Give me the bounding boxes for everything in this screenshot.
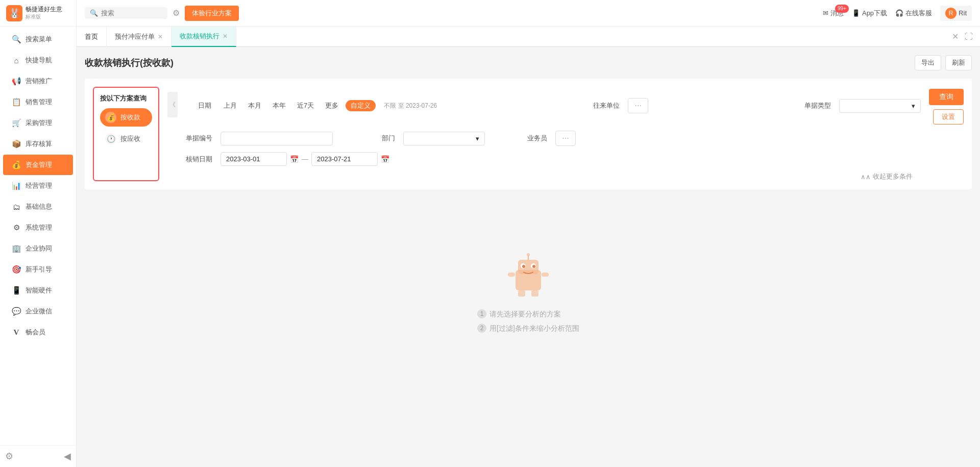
svg-point-4 (522, 265, 525, 268)
salesman-input[interactable]: ··· (555, 131, 576, 146)
search-topbar-icon: 🔍 (90, 9, 98, 17)
sidebar-item-purchase[interactable]: 🛒 采购管理 (3, 113, 73, 133)
date-tab-more[interactable]: 更多 (321, 100, 342, 111)
verify-date-end-input[interactable] (311, 152, 378, 166)
sidebar-item-enterprise[interactable]: 🏢 企业协同 (3, 238, 73, 259)
filter-actions: 查询 设置 (929, 87, 964, 125)
sidebar-item-hardware[interactable]: 📱 智能硬件 (3, 280, 73, 301)
collapse-more-label: 收起更多条件 (873, 172, 913, 181)
tip-item-1: 1 请先选择要分析的方案 (477, 307, 579, 321)
sidebar-item-system[interactable]: ⚙ 系统管理 (3, 217, 73, 238)
date-tab-7days[interactable]: 近7天 (293, 100, 318, 111)
content-area: 收款核销执行(按收款) 导出 刷新 按以下方案查询 💰 按收款 🕐 按应收 (77, 47, 980, 467)
sidebar-item-search[interactable]: 🔍 搜索菜单 (3, 29, 73, 50)
tab-home[interactable]: 首页 (77, 27, 107, 47)
verify-date-label: 核销日期 (186, 155, 212, 164)
system-icon: ⚙ (11, 223, 21, 233)
page-title: 收款核销执行(按收款) (85, 57, 174, 69)
tab-close-all-icon[interactable]: ✕ (950, 30, 961, 43)
filter-form: 日期 上月 本月 本年 近7天 更多 自定义 不限 至 2023-07-26 往… (186, 87, 964, 181)
filter-sidebar-title: 按以下方案查询 (100, 94, 152, 103)
sidebar-item-finance[interactable]: 💰 资金管理 (3, 155, 73, 175)
tab-prepay-close[interactable]: ✕ (158, 33, 163, 40)
search-input[interactable] (101, 9, 162, 17)
topbar: 🔍 ⚙ 体验行业方案 ✉ 消息 99+ 📱 App下载 🎧 在线客服 R Rit (77, 0, 980, 27)
wechat-icon: 💬 (11, 306, 21, 316)
collapse-sidebar-icon[interactable]: ◀ (64, 451, 71, 462)
service-icon: 🎧 (895, 9, 903, 17)
doctype-select[interactable]: ▾ (839, 99, 921, 113)
collapse-filter-btn[interactable]: 《 (167, 92, 178, 117)
online-service-btn[interactable]: 🎧 在线客服 (895, 9, 932, 18)
search-icon: 🔍 (11, 34, 21, 44)
cal-end-icon[interactable]: 📅 (381, 155, 389, 163)
filter-option-by-receivable[interactable]: 🕐 按应收 (100, 130, 152, 148)
hardware-icon: 📱 (11, 285, 21, 296)
date-label: 日期 (186, 101, 211, 110)
sidebar: 🐰 畅捷通好生意 标准版 🔍 搜索菜单 ⌂ 快捷导航 📢 营销推广 📋 销售管理… (0, 0, 77, 467)
svg-point-5 (532, 265, 535, 268)
sidebar-item-vip[interactable]: V 畅会员 (3, 322, 73, 342)
tab-receipt-close[interactable]: ✕ (223, 33, 228, 40)
refresh-button[interactable]: 刷新 (945, 55, 972, 70)
sidebar-item-sales[interactable]: 📋 销售管理 (3, 92, 73, 112)
settings-bottom-icon[interactable]: ⚙ (5, 451, 13, 462)
tab-prepay[interactable]: 预付冲应付单 ✕ (107, 27, 172, 47)
docno-input[interactable] (220, 132, 333, 145)
date-tab-lastmonth[interactable]: 上月 (219, 100, 241, 111)
date-tab-custom[interactable]: 自定义 (346, 100, 376, 111)
sidebar-item-newbie[interactable]: 🎯 新手引导 (3, 259, 73, 280)
sidebar-item-label: 销售管理 (26, 97, 52, 107)
user-name: Rit (959, 9, 967, 17)
query-button[interactable]: 查询 (929, 89, 964, 105)
tab-expand-icon[interactable]: ⛶ (963, 30, 975, 43)
date-sep: — (302, 155, 308, 163)
cal-start-icon[interactable]: 📅 (290, 155, 299, 163)
finance-icon: 💰 (11, 160, 21, 170)
doctype-label: 单据类型 (804, 101, 831, 110)
logo-icon: 🐰 (6, 5, 22, 21)
sidebar-item-marketing[interactable]: 📢 营销推广 (3, 71, 73, 91)
filter-option-label: 按应收 (120, 134, 140, 143)
collapse-more-btn[interactable]: ∧∧ 收起更多条件 (186, 172, 913, 181)
dept-select[interactable]: ▾ (403, 132, 485, 145)
message-btn[interactable]: ✉ 消息 99+ (823, 9, 844, 18)
main-area: 🔍 ⚙ 体验行业方案 ✉ 消息 99+ 📱 App下载 🎧 在线客服 R Rit (77, 0, 980, 467)
settings-button[interactable]: 设置 (933, 109, 964, 125)
service-label: 在线客服 (905, 9, 932, 18)
topbar-search[interactable]: 🔍 (85, 7, 167, 19)
sidebar-item-label: 新手引导 (26, 265, 52, 274)
user-btn[interactable]: R Rit (940, 6, 972, 21)
gear-icon[interactable]: ⚙ (173, 8, 180, 18)
export-button[interactable]: 导出 (915, 55, 941, 70)
collapse-more-icon: ∧∧ (861, 173, 871, 181)
date-tab-thismonth[interactable]: 本月 (244, 100, 265, 111)
verify-date-start-input[interactable] (220, 152, 287, 166)
tab-home-label: 首页 (85, 32, 98, 41)
verify-date-range: 📅 — 📅 (220, 152, 389, 166)
sidebar-item-management[interactable]: 📊 经营管理 (3, 176, 73, 196)
tab-receipt[interactable]: 收款核销执行 ✕ (172, 27, 236, 47)
message-badge: 99+ (835, 5, 849, 13)
sidebar-item-inventory[interactable]: 📦 库存核算 (3, 134, 73, 154)
partner-input[interactable]: ··· (628, 98, 648, 113)
sidebar-item-label: 资金管理 (26, 160, 52, 169)
svg-rect-11 (542, 273, 549, 277)
date-tab-thisyear[interactable]: 本年 (268, 100, 290, 111)
svg-rect-10 (508, 273, 515, 277)
sidebar-item-basicinfo[interactable]: 🗂 基础信息 (3, 196, 73, 217)
app-icon: 📱 (852, 9, 860, 17)
message-icon: ✉ (823, 9, 828, 17)
tab-prepay-label: 预付冲应付单 (115, 32, 155, 41)
sidebar-item-wechat[interactable]: 💬 企业微信 (3, 301, 73, 322)
topbar-right: ✉ 消息 99+ 📱 App下载 🎧 在线客服 R Rit (823, 6, 972, 21)
filter-row-1: 日期 上月 本月 本年 近7天 更多 自定义 不限 至 2023-07-26 往… (186, 87, 964, 125)
receivable-option-icon: 🕐 (105, 133, 116, 144)
filter-option-by-receipt[interactable]: 💰 按收款 (100, 108, 152, 127)
sidebar-item-shortcut[interactable]: ⌂ 快捷导航 (3, 50, 73, 70)
management-icon: 📊 (11, 181, 21, 191)
sidebar-item-label: 畅会员 (26, 328, 45, 337)
filter-row-3: 核销日期 📅 — 📅 (186, 152, 964, 166)
industry-btn[interactable]: 体验行业方案 (185, 6, 239, 21)
app-download-btn[interactable]: 📱 App下载 (852, 9, 887, 18)
